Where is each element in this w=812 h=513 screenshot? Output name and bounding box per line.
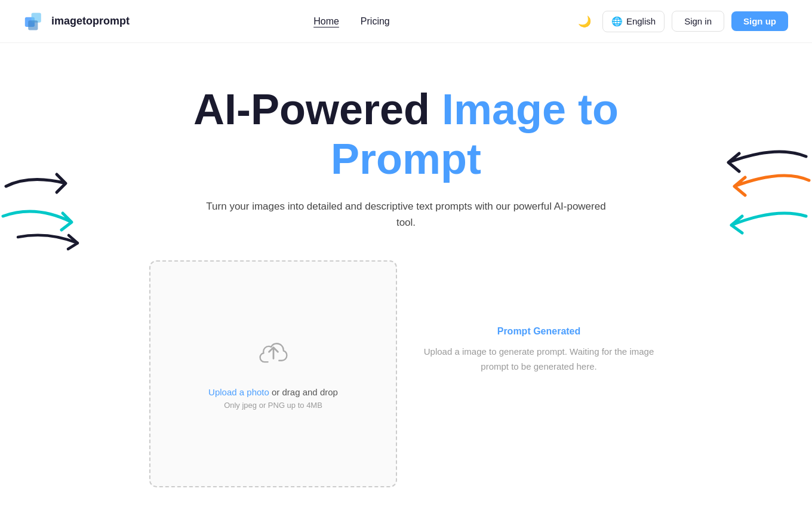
- sign-up-button[interactable]: Sign up: [731, 11, 788, 31]
- upload-section: Upload a photo or drag and drop Only jpe…: [149, 260, 397, 487]
- hero-blue-text: Image to: [442, 85, 619, 133]
- nav-links: Home Pricing: [313, 16, 390, 27]
- left-arrows-decoration: [0, 139, 102, 264]
- prompt-placeholder-text: Upload a image to generate prompt. Waiti…: [415, 344, 663, 374]
- nav-right: 🌙 🌐 English Sign in Sign up: [574, 11, 788, 32]
- navbar: imagetoprompt Home Pricing 🌙 🌐 English S…: [0, 0, 812, 43]
- sign-in-button[interactable]: Sign in: [672, 11, 724, 32]
- logo-text: imagetoprompt: [51, 15, 130, 27]
- prompt-section: Prompt Generated Upload a image to gener…: [415, 260, 663, 487]
- upload-hint: Only jpeg or PNG up to 4MB: [224, 401, 322, 410]
- globe-icon: 🌐: [611, 16, 623, 27]
- main-content: Upload a photo or drag and drop Only jpe…: [137, 260, 675, 513]
- upload-dropzone[interactable]: Upload a photo or drag and drop Only jpe…: [149, 260, 397, 487]
- moon-icon: 🌙: [578, 15, 591, 28]
- logo-link[interactable]: imagetoprompt: [24, 11, 130, 32]
- upload-link[interactable]: Upload a photo: [208, 387, 269, 397]
- prompt-label: Prompt Generated: [415, 326, 663, 337]
- lang-label: English: [626, 16, 656, 26]
- nav-home[interactable]: Home: [313, 16, 339, 27]
- hero-section: AI-Powered Image toPrompt Turn your imag…: [0, 43, 812, 513]
- upload-cloud-icon: [257, 337, 290, 377]
- logo-icon: [24, 11, 45, 32]
- hero-dark-text: AI-Powered: [193, 85, 442, 133]
- upload-text: Upload a photo or drag and drop: [208, 387, 338, 397]
- hero-subtitle: Turn your images into detailed and descr…: [203, 198, 609, 231]
- hero-prompt-text: Prompt: [331, 135, 481, 183]
- svg-rect-2: [28, 20, 38, 30]
- nav-pricing[interactable]: Pricing: [361, 16, 390, 27]
- right-arrows-decoration: [681, 133, 812, 270]
- upload-drag-text: or drag and drop: [269, 387, 338, 397]
- language-button[interactable]: 🌐 English: [602, 11, 665, 32]
- dark-mode-button[interactable]: 🌙: [574, 11, 595, 32]
